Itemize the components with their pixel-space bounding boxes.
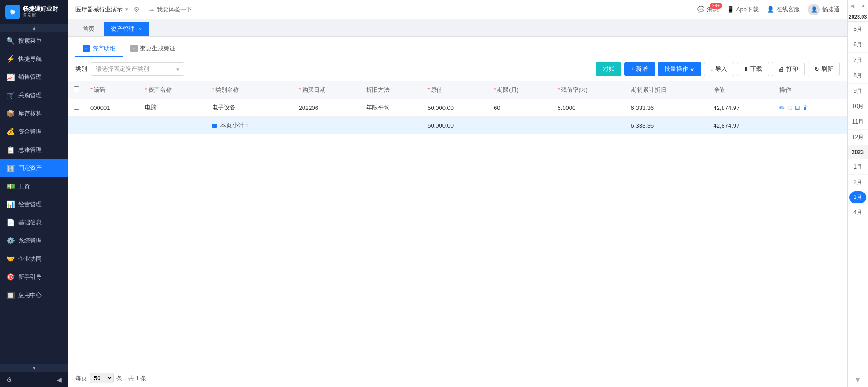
experience-button[interactable]: ☁ 我要体验一下 bbox=[149, 5, 192, 14]
inner-tab-label: 变更生成凭证 bbox=[140, 45, 175, 53]
import-label: 导入 bbox=[715, 65, 727, 73]
select-all-checkbox[interactable] bbox=[74, 86, 79, 92]
download-icon: ⬇ bbox=[744, 66, 749, 73]
guide-icon: 🎯 bbox=[6, 273, 15, 281]
sidebar-item-ledger[interactable]: 📋 总账管理 bbox=[0, 141, 68, 159]
batch-button[interactable]: 批量操作 ∨ bbox=[658, 62, 701, 76]
asset-detail-icon: ≡ bbox=[83, 45, 90, 52]
subtotal-original-value: 50,000.00 bbox=[422, 117, 488, 134]
app-name: 畅捷通好业财 bbox=[23, 5, 58, 13]
month-5[interactable]: 5月 bbox=[848, 22, 868, 37]
right-panel-months: 5月 6月 7月 8月 9月 10月 11月 12月 2023 1月 2月 3月… bbox=[848, 22, 868, 373]
month-4[interactable]: 4月 bbox=[848, 205, 868, 220]
sidebar-item-inventory[interactable]: 📦 库存核算 bbox=[0, 104, 68, 123]
refresh-button[interactable]: ↻ 刷新 bbox=[808, 62, 840, 76]
basic-info-icon: 📄 bbox=[6, 218, 15, 227]
online-service-icon: 👤 bbox=[767, 6, 774, 13]
sidebar-item-system[interactable]: ⚙️ 系统管理 bbox=[0, 232, 68, 250]
user-avatar-area[interactable]: 👤 畅捷通 bbox=[808, 4, 840, 15]
sidebar-item-label: 经营管理 bbox=[18, 200, 42, 208]
month-2[interactable]: 2月 bbox=[848, 175, 868, 190]
messages-button[interactable]: 💬 消息 99+ bbox=[697, 5, 719, 14]
app-center-icon: 🔲 bbox=[6, 291, 15, 299]
toolbar-left: 类别 请选择固定资产类别 ▾ bbox=[75, 62, 184, 76]
asset-table: *编码 *资产名称 *类别名称 *购买日期 折旧方法 *原值 *期限(月) *残… bbox=[68, 81, 847, 134]
download-button[interactable]: ⬇ 下载 bbox=[737, 62, 769, 76]
right-panel-expand-icon[interactable]: ◀ bbox=[850, 3, 854, 9]
company-selector[interactable]: 医疗器械行业演示 ▾ bbox=[75, 5, 128, 14]
sidebar-item-label: 固定资产 bbox=[18, 164, 42, 172]
subtotal-row: 本页小计： 50,000.00 6,333.36 42,874.97 bbox=[68, 117, 847, 134]
tabs-bar: 首页 资产管理 × bbox=[68, 19, 847, 37]
header-depreciation-method: 折旧方法 bbox=[361, 81, 422, 99]
sidebar-item-guide[interactable]: 🎯 新手引导 bbox=[0, 268, 68, 286]
print-button[interactable]: 🖨 打印 bbox=[772, 62, 805, 76]
print-label: 打印 bbox=[786, 65, 798, 73]
month-11[interactable]: 11月 bbox=[848, 114, 868, 130]
messages-icon: 💬 bbox=[697, 6, 704, 13]
cell-accumulated-depreciation: 6,333.36 bbox=[625, 99, 708, 117]
sidebar-item-search[interactable]: 🔍 搜索菜单 bbox=[0, 32, 68, 50]
ledger-icon: 📋 bbox=[6, 146, 15, 154]
header-code: *编码 bbox=[85, 81, 139, 99]
reconcile-button[interactable]: 对账 bbox=[596, 62, 621, 76]
right-panel-close-icon[interactable]: ✕ bbox=[861, 3, 865, 9]
sidebar-item-fixed-assets[interactable]: 🏢 固定资产 bbox=[0, 159, 68, 177]
tab-home[interactable]: 首页 bbox=[75, 22, 102, 36]
inner-tab-voucher[interactable]: ≡ 变更生成凭证 bbox=[123, 41, 183, 57]
month-6[interactable]: 6月 bbox=[848, 37, 868, 53]
import-button[interactable]: ↓ 导入 bbox=[704, 62, 734, 76]
month-1[interactable]: 1月 bbox=[848, 159, 868, 175]
month-8[interactable]: 8月 bbox=[848, 68, 868, 84]
sidebar-item-quick-nav[interactable]: ⚡ 快捷导航 bbox=[0, 50, 68, 68]
topbar-gear-icon[interactable]: ⚙ bbox=[134, 5, 139, 14]
online-service-button[interactable]: 👤 在线客服 bbox=[767, 5, 800, 14]
right-panel: ◀ ✕ 2023.03 5月 6月 7月 8月 9月 10月 11月 12月 2… bbox=[847, 0, 868, 387]
sidebar-item-funds[interactable]: 💰 资金管理 bbox=[0, 123, 68, 141]
funds-icon: 💰 bbox=[6, 128, 15, 136]
inner-tab-asset-detail[interactable]: ≡ 资产明细 bbox=[75, 41, 123, 57]
sidebar-item-app-center[interactable]: 🔲 应用中心 bbox=[0, 286, 68, 304]
cell-action: ✏ ⧉ ⊟ 🗑 bbox=[774, 99, 847, 117]
fixed-assets-icon: 🏢 bbox=[6, 164, 15, 172]
tab-close-icon[interactable]: × bbox=[139, 26, 142, 32]
row-checkbox[interactable] bbox=[74, 104, 79, 110]
sidebar-item-payroll[interactable]: 💵 工资 bbox=[0, 177, 68, 195]
sidebar-item-label: 资金管理 bbox=[18, 128, 42, 136]
header-period: *期限(月) bbox=[488, 81, 552, 99]
new-button[interactable]: + 新增 bbox=[624, 62, 655, 76]
month-3-current[interactable]: 3月 bbox=[849, 191, 866, 204]
sidebar-item-sales[interactable]: 📈 销售管理 bbox=[0, 68, 68, 86]
right-panel-down-icon[interactable]: ▼ bbox=[854, 376, 862, 384]
month-10[interactable]: 10月 bbox=[848, 99, 868, 114]
app-download-button[interactable]: 📱 App下载 bbox=[727, 5, 759, 14]
sidebar-item-basic-info[interactable]: 📄 基础信息 bbox=[0, 213, 68, 232]
search-icon: 🔍 bbox=[6, 37, 15, 45]
online-service-label: 在线客服 bbox=[776, 5, 800, 14]
tab-asset-management[interactable]: 资产管理 × bbox=[104, 22, 149, 36]
per-page-select[interactable]: 50 10 20 100 bbox=[90, 373, 114, 383]
category-filter[interactable]: 请选择固定资产类别 ▾ bbox=[91, 62, 184, 76]
collapse-icon[interactable]: ◀ bbox=[57, 376, 62, 383]
month-7[interactable]: 7月 bbox=[848, 53, 868, 68]
table-wrap: *编码 *资产名称 *类别名称 *购买日期 折旧方法 *原值 *期限(月) *残… bbox=[68, 81, 847, 369]
month-9[interactable]: 9月 bbox=[848, 84, 868, 99]
sidebar-item-label: 总账管理 bbox=[18, 146, 42, 154]
settings-icon[interactable]: ⚙ bbox=[6, 376, 12, 383]
row-checkbox-cell bbox=[68, 99, 85, 117]
filter-placeholder: 请选择固定资产类别 bbox=[96, 65, 149, 73]
header-purchase-date: *购买日期 bbox=[293, 81, 360, 99]
copy-icon[interactable]: ⧉ bbox=[788, 104, 792, 112]
total-label: 条，共 1 条 bbox=[116, 374, 146, 382]
more-icon[interactable]: ⊟ bbox=[795, 104, 800, 111]
delete-icon[interactable]: 🗑 bbox=[803, 104, 809, 111]
content-area: ≡ 资产明细 ≡ 变更生成凭证 类别 请选择固定资产类别 ▾ 对账 bbox=[68, 37, 847, 387]
sidebar-item-operations[interactable]: 📊 经营管理 bbox=[0, 195, 68, 213]
sidebar-scroll-up[interactable]: ▲ bbox=[0, 24, 68, 32]
sidebar-scroll-down[interactable]: ▼ bbox=[0, 364, 68, 372]
sidebar-item-label: 库存核算 bbox=[18, 109, 42, 118]
sidebar-item-purchase[interactable]: 🛒 采购管理 bbox=[0, 86, 68, 104]
sidebar-item-enterprise[interactable]: 🤝 企业协同 bbox=[0, 250, 68, 268]
edit-icon[interactable]: ✏ bbox=[779, 104, 785, 111]
month-12[interactable]: 12月 bbox=[848, 130, 868, 145]
